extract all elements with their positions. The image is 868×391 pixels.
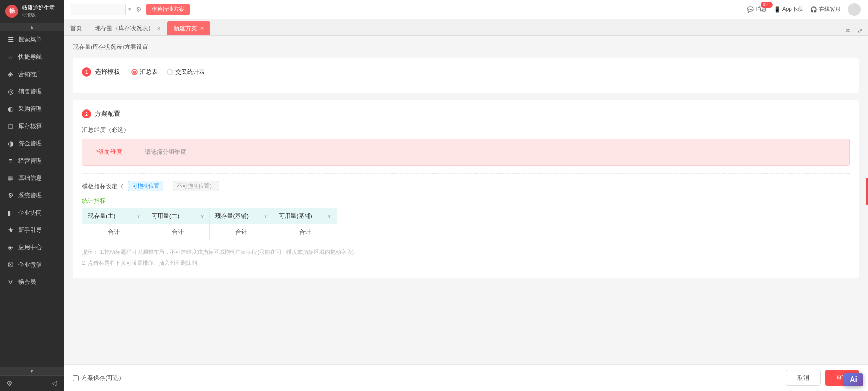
dimension-dash: ——	[128, 149, 139, 156]
cancel-button[interactable]: 取消	[786, 370, 821, 386]
radio-summary-circle	[131, 69, 138, 75]
sidebar-logo: 畅 畅康通好生意 标准版	[0, 0, 64, 23]
sidebar-item-basic-info[interactable]: ▦ 基础信息	[0, 170, 64, 187]
sidebar-item-label: 系统管理	[18, 191, 42, 200]
top-header: ▾ ⚙ 体验行业方案 💬 消息 99+ 📱 App下载 🎧 在线客服	[64, 0, 868, 19]
settings-icon[interactable]: ⚙	[6, 379, 12, 387]
step2-label: 方案配置	[95, 110, 120, 118]
window-expand-icon[interactable]: ⤢	[855, 26, 864, 35]
stats-cell-2: 合计	[210, 224, 274, 240]
stats-header-cell-0[interactable]: 现存量(主) ∨	[82, 208, 146, 224]
sidebar-scroll-up[interactable]: ▲	[0, 23, 64, 31]
sidebar-item-label: 搜索菜单	[18, 36, 42, 44]
collapse-icon[interactable]: ◁	[52, 379, 57, 387]
radio-cross[interactable]: 交叉统计表	[167, 68, 205, 76]
sidebar-item-wechat[interactable]: ✉ 企业微信	[0, 256, 64, 273]
online-service-button[interactable]: 🎧 在线客服	[810, 5, 841, 13]
enterprise-icon: ◧	[6, 209, 15, 217]
indicator-settings-label: 模板指标设定（	[82, 182, 123, 190]
sales-icon: ◎	[6, 87, 15, 96]
tab-inventory[interactable]: 现存量（库存状况表） ✕	[88, 21, 167, 35]
sidebar-item-label: 新手引导	[18, 226, 42, 234]
sidebar-item-search[interactable]: ☰ 搜索菜单	[0, 31, 64, 48]
dimension-section-label: 汇总维度（必选）	[82, 126, 850, 134]
tip-2: 2. 点击标题栏下拉可设置排序、插入列和删除列	[82, 258, 850, 268]
settings-gear-icon[interactable]: ⚙	[136, 5, 142, 14]
message-button[interactable]: 💬 消息 99+	[747, 5, 766, 13]
sidebar-item-vip[interactable]: V 畅会员	[0, 273, 64, 291]
sidebar-item-label: 库存核算	[18, 122, 42, 130]
window-close-icon[interactable]: ✕	[843, 26, 853, 35]
marketing-icon: ◈	[6, 70, 15, 78]
stats-section-label: 统计指标	[82, 197, 850, 205]
sidebar-item-enterprise[interactable]: ◧ 企业协同	[0, 204, 64, 221]
home-icon: ⌂	[6, 53, 15, 61]
save-checkbox[interactable]	[73, 375, 79, 381]
sidebar-item-shortcut[interactable]: ⌂ 快捷导航	[0, 48, 64, 66]
radio-cross-circle	[167, 69, 173, 75]
step2-card: 2 方案配置 汇总维度（必选） *纵向维度 —— 请选择分组维度 模板指标设定（…	[73, 100, 859, 278]
sidebar-scroll-down[interactable]: ▼	[0, 367, 64, 375]
sidebar-item-inventory[interactable]: □ 库存核算	[0, 118, 64, 135]
message-icon: 💬	[747, 6, 754, 13]
dimension-placeholder-text: 请选择分组维度	[145, 148, 186, 156]
step1-number: 1	[82, 67, 91, 77]
stats-table-header: 现存量(主) ∨ 可用量(主) ∨ 现存量(基辅) ∨ 可用量(基辅) ∨	[82, 208, 337, 224]
sidebar-item-management[interactable]: ≡ 经营管理	[0, 152, 64, 170]
management-icon: ≡	[6, 157, 15, 165]
stats-header-label-3: 可用量(基辅)	[279, 212, 312, 220]
tab-home[interactable]: 首页	[64, 21, 88, 35]
sidebar-item-guide[interactable]: ★ 新手引导	[0, 221, 64, 239]
purchase-icon: ◐	[6, 105, 15, 113]
inventory-icon: □	[6, 122, 15, 130]
search-input[interactable]	[71, 4, 126, 15]
stats-header-cell-3[interactable]: 可用量(基辅) ∨	[273, 208, 337, 224]
tab-new-plan-close-icon[interactable]: ✕	[200, 26, 204, 31]
sidebar-item-label: 畅会员	[18, 278, 36, 286]
stats-cell-0: 合计	[82, 224, 146, 240]
sidebar-item-purchase[interactable]: ◐ 采购管理	[0, 100, 64, 118]
sidebar-bottom: ⚙ ◁	[0, 375, 64, 391]
tips-area: 提示： 1.拖动标题栏可以调整布局，不可跨维度或指标区域拖动栏目字段(只能在同一…	[82, 247, 850, 268]
sidebar-item-label: 销售管理	[18, 87, 42, 96]
ai-button[interactable]: Ai	[843, 373, 863, 386]
experience-industry-button[interactable]: 体验行业方案	[146, 4, 190, 15]
radio-cross-label: 交叉统计表	[175, 68, 205, 76]
sidebar-item-finance[interactable]: ◑ 资金管理	[0, 135, 64, 152]
tab-inventory-close-icon[interactable]: ✕	[157, 26, 161, 31]
chevron-down-icon-2: ∨	[264, 213, 267, 219]
logo-subtitle: 标准版	[22, 12, 55, 18]
sidebar-item-app-center[interactable]: ◈ 应用中心	[0, 239, 64, 256]
wechat-icon: ✉	[6, 261, 15, 269]
stats-header-cell-1[interactable]: 可用量(主) ∨	[146, 208, 210, 224]
stats-header-label-1: 可用量(主)	[152, 212, 179, 220]
step1-card: 1 选择模板 汇总表 交叉统计表	[73, 58, 859, 93]
sidebar-item-sales[interactable]: ◎ 销售管理	[0, 83, 64, 100]
sidebar-item-label: 企业协同	[18, 209, 42, 217]
sidebar-item-label: 经营管理	[18, 157, 42, 165]
main-area: ▾ ⚙ 体验行业方案 💬 消息 99+ 📱 App下载 🎧 在线客服 首页	[64, 0, 868, 391]
finance-icon: ◑	[6, 139, 15, 148]
sidebar-item-label: 应用中心	[18, 243, 42, 252]
dimension-required-label: *纵向维度	[96, 148, 122, 156]
chevron-down-icon-0: ∨	[137, 213, 140, 219]
dimension-area[interactable]: *纵向维度 —— 请选择分组维度	[82, 139, 850, 166]
non-draggable-position-tag: 不可拖动位置）	[173, 181, 219, 191]
stats-header-cell-2[interactable]: 现存量(基辅) ∨	[210, 208, 274, 224]
tab-new-plan[interactable]: 新建方案 ✕	[167, 21, 210, 35]
stats-header-label-2: 现存量(基辅)	[215, 212, 249, 220]
app-download-button[interactable]: 📱 App下载	[774, 5, 803, 13]
chevron-down-icon-3: ∨	[327, 213, 331, 219]
sidebar-item-system[interactable]: ⚙ 系统管理	[0, 187, 64, 204]
step1-label: 选择模板	[95, 68, 120, 76]
sidebar-item-label: 企业微信	[18, 261, 42, 269]
header-right: 💬 消息 99+ 📱 App下载 🎧 在线客服	[747, 3, 861, 16]
right-scroll-indicator	[866, 178, 868, 205]
user-avatar[interactable]	[848, 3, 861, 16]
radio-summary[interactable]: 汇总表	[131, 68, 158, 76]
radio-summary-label: 汇总表	[140, 68, 158, 76]
tab-bar: 首页 现存量（库存状况表） ✕ 新建方案 ✕ ✕ ⤢	[64, 19, 868, 36]
logo-icon: 畅	[5, 5, 18, 18]
system-icon: ⚙	[6, 191, 15, 200]
sidebar-item-marketing[interactable]: ◈ 营销推广	[0, 66, 64, 83]
